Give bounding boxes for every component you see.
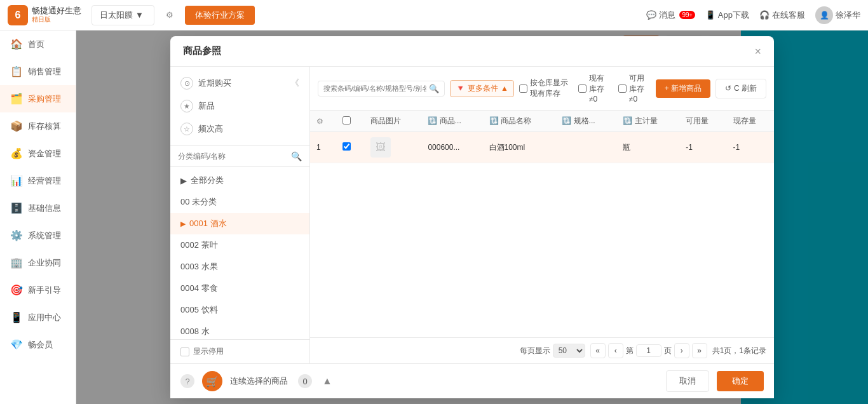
show-disabled-checkbox[interactable] <box>180 347 189 356</box>
available-stock-filter[interactable]: 可用库存≠0 <box>618 73 651 104</box>
category-item-00[interactable]: 00 未分类 <box>170 191 309 213</box>
row-available: -1 <box>679 132 726 163</box>
category-item-0003[interactable]: 0003 水果 <box>170 256 309 278</box>
cart-btn[interactable]: 🛒 <box>202 371 222 391</box>
experience-btn[interactable]: 体验行业方案 <box>185 6 255 25</box>
cancel-btn[interactable]: 取消 <box>666 370 709 392</box>
settings-gear-icon[interactable]: ⚙ <box>159 5 180 25</box>
page-navigation: « ‹ 第 页 › » <box>590 343 707 358</box>
enterprise-icon: 🏢 <box>10 257 23 269</box>
page-size-select[interactable]: 10 20 50 100 <box>553 344 585 358</box>
new-icon: ★ <box>180 100 193 112</box>
category-item-0005[interactable]: 0005 饮料 <box>170 299 309 321</box>
help-icon[interactable]: ? <box>180 374 194 388</box>
prev-page-btn[interactable]: ‹ <box>608 343 623 358</box>
current-stock-filter[interactable]: 现有库存≠0 <box>578 73 611 104</box>
last-page-btn[interactable]: » <box>692 343 707 358</box>
member-icon: 💎 <box>10 339 23 351</box>
row-unit: 瓶 <box>616 132 679 163</box>
table-gear-icon[interactable]: ⚙ <box>316 117 323 126</box>
category-search-input[interactable] <box>178 152 291 161</box>
col-unit-th[interactable]: 🔃 主计量 <box>616 111 679 132</box>
sidebar: 🏠 首页 📋 销售管理 🗂️ 采购管理 📦 库存核算 💰 资金管理 📊 经营管理… <box>0 30 76 404</box>
col-checkbox-th <box>336 111 364 132</box>
row-code: 000600... <box>421 132 482 163</box>
category-search-icon[interactable]: 🔍 <box>291 151 302 161</box>
product-search-bar: 🔍 <box>318 81 445 97</box>
continuous-select-label: 连续选择的商品 <box>230 375 288 387</box>
sidebar-item-purchase[interactable]: 🗂️ 采购管理 <box>0 85 76 112</box>
recent-icon: ⊙ <box>180 77 193 90</box>
footer-collapse-icon[interactable]: ▲ <box>322 375 332 387</box>
collapse-btn[interactable]: 《 <box>290 77 299 89</box>
sidebar-item-member[interactable]: 💎 畅会员 <box>0 331 76 358</box>
refresh-btn[interactable]: ↺ C 刷新 <box>715 79 766 98</box>
modal-title: 商品参照 <box>183 45 754 57</box>
row-spec <box>555 132 616 163</box>
col-available-th: 可用量 <box>679 111 726 132</box>
confirm-btn[interactable]: 确定 <box>717 371 764 391</box>
col-stock-th: 现存量 <box>727 111 774 132</box>
sidebar-item-guide[interactable]: 🎯 新手引导 <box>0 276 76 304</box>
quick-tabs: ⊙ 近期购买 《 ★ 新品 ☆ 频次高 <box>170 67 309 146</box>
warehouse-stock-filter[interactable]: 按仓库显示现有库存 <box>519 77 571 99</box>
sidebar-item-home[interactable]: 🏠 首页 <box>0 30 76 58</box>
row-checkbox-cell <box>336 132 364 163</box>
category-item-all[interactable]: ▶ 全部分类 <box>170 170 309 191</box>
frequent-tab[interactable]: ☆ 频次高 <box>170 118 309 140</box>
sidebar-item-system[interactable]: ⚙️ 系统管理 <box>0 222 76 249</box>
col-code-th[interactable]: 🔃 商品... <box>421 111 482 132</box>
online-support-btn[interactable]: 🎧 在线客服 <box>759 10 805 21</box>
modal-close-btn[interactable]: × <box>754 46 761 57</box>
store-dropdown[interactable]: 日太阳膜 ▼ <box>92 5 154 25</box>
sidebar-item-finance[interactable]: 💰 资金管理 <box>0 140 76 167</box>
sidebar-item-operation[interactable]: 📊 经营管理 <box>0 167 76 194</box>
add-product-btn[interactable]: + 新增商品 <box>656 79 710 98</box>
col-spec-th[interactable]: 🔃 规格... <box>555 111 616 132</box>
product-table-wrapper: ⚙ 商品图片 <box>310 111 774 337</box>
nav-right: 💬 消息 99+ 📱 App下载 🎧 在线客服 👤 徐泽华 <box>646 6 860 24</box>
app-download-btn[interactable]: 📱 App下载 <box>705 10 749 21</box>
show-disabled-toggle[interactable]: 显示停用 <box>180 346 299 357</box>
row-image-cell: 🖼 <box>364 132 421 163</box>
product-search-icon[interactable]: 🔍 <box>429 84 439 93</box>
logo-icon: 6 <box>8 5 28 25</box>
inventory-icon: 📦 <box>10 120 23 132</box>
category-item-0002[interactable]: 0002 茶叶 <box>170 234 309 256</box>
row-stock: -1 <box>727 132 774 163</box>
modal-overlay: 商品参照 × ⊙ 近期购买 《 <box>76 30 868 404</box>
refresh-icon: ↺ <box>725 84 731 93</box>
new-products-tab[interactable]: ★ 新品 <box>170 95 309 118</box>
operation-icon: 📊 <box>10 175 23 187</box>
table-row[interactable]: 1 🖼 000600... 白酒100ml <box>310 132 774 163</box>
product-search-input[interactable] <box>323 84 426 92</box>
notifications-btn[interactable]: 💬 消息 99+ <box>646 10 695 21</box>
filter-conditions: 按仓库显示现有库存 现有库存≠0 可用库存≠0 <box>519 73 651 104</box>
category-item-0001[interactable]: ▶ 0001 酒水 <box>170 213 309 234</box>
select-all-checkbox[interactable] <box>342 116 351 125</box>
sidebar-item-enterprise[interactable]: 🏢 企业协同 <box>0 249 76 276</box>
page-number-input[interactable] <box>636 344 661 357</box>
modal-footer: ? 🛒 连续选择的商品 0 ▲ 取消 确定 <box>170 363 774 398</box>
select-count-badge: 0 <box>298 374 312 388</box>
first-page-btn[interactable]: « <box>590 343 606 358</box>
sidebar-item-basic[interactable]: 🗄️ 基础信息 <box>0 194 76 222</box>
logo-text: 畅捷通好生意 <box>32 6 81 16</box>
sidebar-item-inventory[interactable]: 📦 库存核算 <box>0 112 76 140</box>
next-page-btn[interactable]: › <box>674 343 689 358</box>
row-checkbox[interactable] <box>342 142 351 151</box>
sidebar-item-sales[interactable]: 📋 销售管理 <box>0 58 76 85</box>
category-item-0008[interactable]: 0008 水 <box>170 321 309 339</box>
more-filter-btn[interactable]: 🔻 更多条件 ▲ <box>450 80 514 97</box>
frequent-icon: ☆ <box>180 123 193 135</box>
logo-sub: 精日版 <box>32 15 81 24</box>
recent-purchase-tab[interactable]: ⊙ 近期购买 《 <box>170 72 309 95</box>
user-avatar[interactable]: 👤 徐泽华 <box>815 6 860 24</box>
sidebar-item-apps[interactable]: 📱 应用中心 <box>0 304 76 331</box>
total-records: 共1页，1条记录 <box>712 346 766 356</box>
logo-area: 6 畅捷通好生意 精日版 <box>8 5 81 25</box>
category-item-0004[interactable]: 0004 零食 <box>170 278 309 299</box>
purchase-icon: 🗂️ <box>10 93 23 105</box>
col-name-th[interactable]: 🔃 商品名称 <box>483 111 556 132</box>
col-image-th: 商品图片 <box>364 111 421 132</box>
